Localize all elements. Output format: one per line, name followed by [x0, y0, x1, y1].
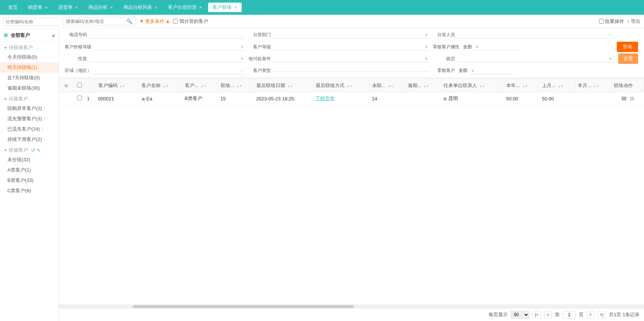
filter-division-dept-select[interactable]: ∨ [273, 31, 429, 39]
more-filter-btn[interactable]: ▼ 更多条件 ▲ [139, 18, 170, 25]
toolbar-right: 批量操作 ↑ 导出 [599, 18, 640, 25]
grid-icon: ⊞ [4, 32, 8, 38]
settings-btn[interactable]: 设置 [618, 54, 638, 64]
scrollbar-area[interactable] [59, 305, 644, 308]
sidebar-item-tomorrow[interactable]: 明天待联络(1) [0, 62, 59, 73]
sidebar-all-customers-header[interactable]: ⊞ 全部客户 « [0, 29, 59, 42]
filter-retail-customer-select[interactable]: ∨ [470, 67, 514, 75]
filter-customer-type-select[interactable] [273, 69, 429, 72]
cell-this-month [575, 92, 611, 105]
scrollbar-thumb[interactable] [133, 305, 354, 308]
sort-arrows-name: ▲▼ [163, 85, 169, 88]
col-this-year[interactable]: 本年... ▲▼ [504, 79, 540, 92]
nav-purchase-label: 进货单 [58, 4, 73, 11]
page-input[interactable] [563, 311, 576, 318]
chevron-down-icon-retail: ∨ [471, 68, 474, 73]
col-settings[interactable]: ⚙ [59, 79, 74, 92]
sidebar-item-ungrouped[interactable]: 未分组(32) [0, 155, 59, 165]
chevron-down-icon-gender: ∨ [241, 56, 244, 61]
col-customer-type[interactable]: 客户... ▲▼ [182, 79, 218, 92]
col-this-month[interactable]: 本月... ▲▼ [575, 79, 611, 92]
dots-icon-person[interactable]: ··· [608, 32, 612, 37]
filter-status-select[interactable]: ∨ [457, 55, 613, 62]
col-customer-code[interactable]: 客户编码 ▲▼ [96, 79, 139, 92]
filter-retail-attr-select[interactable]: ∨ [474, 43, 518, 51]
filter-payment-terms-select[interactable]: ∨ [273, 55, 429, 62]
nav-customer-contact-close[interactable]: ✕ [234, 5, 237, 10]
nav-sales[interactable]: 销货单 ✕ [24, 3, 52, 12]
col-unit-contact[interactable]: 往来单位联系人 ▲▼ [441, 79, 504, 92]
sort-arrows-type: ▲▼ [200, 85, 206, 88]
row-checkbox[interactable] [77, 96, 82, 100]
dots-icon-region[interactable]: ··· [240, 68, 244, 73]
chevron-up-icon: ▲ [165, 18, 170, 24]
col-last-month[interactable]: 上月... ▲▼ [540, 79, 575, 92]
filter-customer-level: 客户等级 ∨ [249, 43, 429, 51]
sidebar-item-overdue[interactable]: 逾期未联络(30) [0, 83, 59, 93]
page-first-btn[interactable]: |< [532, 311, 541, 318]
batch-op-checkbox[interactable] [599, 19, 604, 24]
refresh-icon[interactable]: ↺ [31, 148, 35, 153]
sidebar-item-declining[interactable]: 持续下滑客户(2) ? [0, 134, 59, 145]
my-customer-check[interactable]: 我分管的客户 [173, 18, 208, 25]
sidebar-item-churn-warning[interactable]: 流失预警客户(3) ? [0, 114, 59, 124]
cell-name[interactable]: ▣ Ea [139, 92, 183, 105]
gear-icon-header[interactable]: ⚙ [64, 83, 69, 89]
filter-division-person-select[interactable]: ··· [457, 31, 613, 39]
nav-purchase[interactable]: 进货单 ✕ [54, 3, 83, 12]
nav-customer-layer-close[interactable]: ✕ [199, 5, 202, 10]
filter-customer-level-select[interactable]: ∨ [273, 43, 429, 51]
nav-product-analysis-close[interactable]: ✕ [110, 5, 113, 10]
sidebar-search-input[interactable] [3, 18, 63, 26]
nav-product-analysis-list-close[interactable]: ✕ [154, 5, 158, 10]
col-contact-count[interactable]: 联络... ▲▼ [218, 79, 254, 92]
phone-icon[interactable]: ☎ [621, 96, 627, 101]
col-customer-name[interactable]: 客户名称 ▲▼ [139, 79, 183, 92]
qr-icon[interactable]: ⊞ [630, 96, 634, 101]
nav-customer-layer[interactable]: 客户分层经营 ✕ [164, 3, 207, 12]
page-last-btn[interactable]: >| [597, 311, 606, 318]
col-num [85, 79, 96, 92]
page-prev-btn[interactable]: < [544, 311, 552, 318]
cell-checkbox[interactable] [74, 92, 85, 105]
sidebar-item-b-class[interactable]: B类客户(33) [0, 175, 59, 186]
col-last-contact-method[interactable]: 最后联络方式 ▲▼ [313, 79, 370, 92]
filter-gender-select[interactable]: ∨ [89, 55, 245, 62]
filter-icon: ▼ [139, 18, 144, 24]
sidebar-item-repurchase-abnormal[interactable]: 回购异常客户(2) ? [0, 103, 59, 114]
sidebar-item-a-class[interactable]: A类客户(1) [0, 165, 59, 175]
sidebar-item-c-class[interactable]: C类客户(6) [0, 186, 59, 196]
nav-home[interactable]: 首页 [4, 3, 22, 12]
contact-method-link[interactable]: 下销货单 [315, 96, 335, 101]
query-btn[interactable]: 查询 [617, 42, 638, 52]
filter-phone: 电话号码 [65, 31, 245, 39]
cell-method[interactable]: 下销货单 [313, 92, 370, 105]
cell-this-year: 50.00 [504, 92, 540, 105]
my-customer-checkbox[interactable] [173, 19, 178, 24]
filter-phone-input[interactable] [89, 31, 245, 39]
nav-product-analysis-list[interactable]: 商品分析列表 ✕ [119, 3, 162, 12]
sidebar-item-churned[interactable]: 已流失客户(24) ? [0, 124, 59, 134]
search-icon[interactable]: 🔍 [126, 18, 132, 24]
sidebar-collapse-btn[interactable]: « [52, 32, 55, 38]
nav-purchase-close[interactable]: ✕ [75, 5, 78, 10]
cell-settings [59, 92, 74, 105]
select-all-checkbox[interactable] [77, 83, 82, 87]
filter-price-level-select[interactable]: ∨ [94, 43, 245, 51]
nav-sales-close[interactable]: ✕ [45, 5, 48, 10]
page-size-select[interactable]: 50 100 200 [511, 311, 529, 319]
batch-op-btn[interactable]: 批量操作 [599, 18, 624, 25]
sidebar-search-area: 🔍 [0, 15, 59, 29]
export-btn[interactable]: ↑ 导出 [627, 18, 640, 25]
nav-customer-contact[interactable]: 客户联络 ✕ [208, 3, 242, 12]
page-next-btn[interactable]: > [587, 311, 594, 318]
col-uncontacted[interactable]: 未联... ▲▼ [370, 79, 405, 92]
search-input[interactable] [66, 19, 125, 24]
edit-icon[interactable]: ✎ [36, 148, 41, 153]
sidebar-item-7days[interactable]: 近7天待联络(0) [0, 73, 59, 83]
col-last-contact-date[interactable]: 最后联络日期 ▲▼ [254, 79, 313, 92]
nav-product-analysis[interactable]: 商品分析 ✕ [84, 3, 118, 12]
filter-region-select[interactable]: ··· [94, 67, 245, 75]
col-overdue[interactable]: 逾期... ▲▼ [405, 79, 441, 92]
sidebar-item-today[interactable]: 今天待联络(0) [0, 52, 59, 62]
